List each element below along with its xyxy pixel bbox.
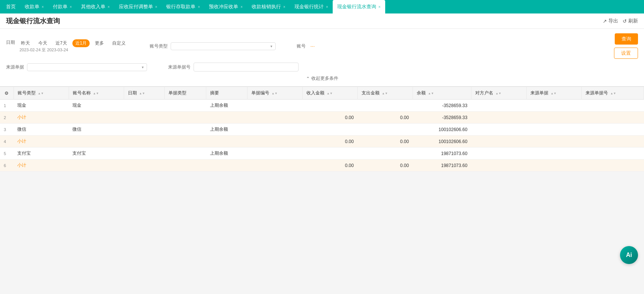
close-icon[interactable]: × xyxy=(108,5,110,9)
nav-receipt[interactable]: 收款单 × xyxy=(20,0,48,13)
table-cell: 小计 xyxy=(14,136,69,148)
table-cell: 0.00 xyxy=(302,112,357,124)
table-cell xyxy=(164,112,206,124)
table-cell: 3 xyxy=(0,124,14,136)
table-cell: 上期余额 xyxy=(206,124,248,136)
table-cell: 上期余额 xyxy=(206,148,248,160)
table-cell xyxy=(164,148,206,160)
table-cell xyxy=(357,148,413,160)
table-cell xyxy=(206,160,248,172)
table-cell xyxy=(302,148,357,160)
table-row: 1现金现金上期余额-3528659.33 xyxy=(0,100,644,112)
table-cell: 支付宝 xyxy=(69,148,124,160)
source-doc-num-input[interactable] xyxy=(194,63,299,72)
date-7days[interactable]: 近7天 xyxy=(53,39,70,47)
th-income[interactable]: 收入金额 ▲▼ xyxy=(302,87,357,100)
ellipsis-button[interactable]: ··· xyxy=(309,43,316,49)
table-cell: 0.00 xyxy=(357,112,413,124)
account-type-select[interactable]: ▾ xyxy=(171,42,276,50)
table-cell: 5 xyxy=(0,148,14,160)
date-range-display: 2023-02-24 至 2023-03-24 xyxy=(20,47,129,53)
th-counterpart[interactable]: 对方户名 ▲▼ xyxy=(471,87,526,100)
table-cell xyxy=(581,124,644,136)
table-cell xyxy=(164,124,206,136)
source-doc-filter-group: 来源单据 ▾ xyxy=(6,63,147,71)
th-doc-num[interactable]: 单据编号 ▲▼ xyxy=(247,87,302,100)
date-more[interactable]: 更多 xyxy=(92,39,107,47)
nav-other-income[interactable]: 其他收入单 × xyxy=(77,0,114,13)
table-cell xyxy=(164,160,206,172)
table-row: 3微信微信上期余额100102606.60 xyxy=(0,124,644,136)
source-doc-select[interactable]: ▾ xyxy=(27,63,147,71)
account-label: 账号 xyxy=(297,43,306,49)
source-doc-num-filter-group: 来源单据号 xyxy=(168,63,299,72)
nav-receipt-exec[interactable]: 收款核销执行 × xyxy=(247,0,290,13)
table-cell xyxy=(69,160,124,172)
nav-payment[interactable]: 付款单 × xyxy=(48,0,77,13)
th-source-doc[interactable]: 来源单据 ▲▼ xyxy=(526,87,581,100)
close-icon[interactable]: × xyxy=(155,5,158,9)
table-cell: 2 xyxy=(0,112,14,124)
date-1month[interactable]: 近1月 xyxy=(72,39,90,47)
table-cell xyxy=(471,160,526,172)
th-doc-type: 单据类型 xyxy=(164,87,206,100)
table-cell xyxy=(164,136,206,148)
table-cell xyxy=(69,112,124,124)
table-cell xyxy=(124,160,164,172)
table-cell xyxy=(302,124,357,136)
table-cell xyxy=(526,124,581,136)
nav-ar-ap-adjust[interactable]: 应收应付调整单 × xyxy=(114,0,162,13)
th-account-name[interactable]: 账号名称 ▲▼ xyxy=(69,87,124,100)
close-icon[interactable]: × xyxy=(42,5,44,9)
th-expense[interactable]: 支出金额 ▲▼ xyxy=(357,87,413,100)
settings-button[interactable]: 设置 xyxy=(614,48,638,59)
table-container: ⚙ 账号类型 ▲▼ 账号名称 ▲▼ 日期 ▲▼ 单据类型 摘 xyxy=(0,87,644,172)
close-icon[interactable]: × xyxy=(283,5,285,9)
account-type-label: 账号类型 xyxy=(150,43,168,49)
filter-row-1: 日期 昨天 今天 近7天 近1月 更多 自定义 2023-02-24 至 202… xyxy=(6,33,638,59)
sort-icon: ▲▼ xyxy=(93,92,99,95)
table-cell xyxy=(526,100,581,112)
close-icon[interactable]: × xyxy=(70,5,72,9)
th-settings[interactable]: ⚙ xyxy=(0,87,14,100)
table-row: 6小计0.000.0019871073.60 xyxy=(0,160,644,172)
table-cell xyxy=(581,112,644,124)
close-icon[interactable]: × xyxy=(378,5,381,9)
th-source-doc-num[interactable]: 来源单据号 ▲▼ xyxy=(581,87,644,100)
close-icon[interactable]: × xyxy=(240,5,243,9)
nav-advance-offset[interactable]: 预收冲应收单 × xyxy=(204,0,247,13)
table-cell: 6 xyxy=(0,160,14,172)
date-yesterday[interactable]: 昨天 xyxy=(18,39,33,47)
nav-cash-bank-flow[interactable]: 现金银行流水查询 × xyxy=(333,0,385,13)
refresh-button[interactable]: ↺ 刷新 xyxy=(623,18,638,24)
sort-icon: ▲▼ xyxy=(272,92,278,95)
table-cell xyxy=(124,148,164,160)
table-cell: 小计 xyxy=(14,160,69,172)
nav-home[interactable]: 首页 xyxy=(2,0,20,13)
date-today[interactable]: 今天 xyxy=(35,39,50,47)
th-date[interactable]: 日期 ▲▼ xyxy=(124,87,164,100)
close-icon[interactable]: × xyxy=(198,5,200,9)
data-table: ⚙ 账号类型 ▲▼ 账号名称 ▲▼ 日期 ▲▼ 单据类型 摘 xyxy=(0,87,644,172)
table-cell xyxy=(526,136,581,148)
th-balance[interactable]: 余额 ▲▼ xyxy=(413,87,471,100)
nav-bank-deposit[interactable]: 银行存取款单 × xyxy=(162,0,204,13)
table-cell xyxy=(247,124,302,136)
nav-cash-bank-stat[interactable]: 现金银行统计 × xyxy=(290,0,333,13)
header-actions: ↗ 导出 ↺ 刷新 xyxy=(603,18,638,24)
source-doc-label: 来源单据 xyxy=(6,64,24,70)
collapse-button[interactable]: ⌃ 收起更多条件 xyxy=(306,75,338,82)
chevron-down-icon: ▾ xyxy=(142,65,144,69)
table-cell: 0.00 xyxy=(357,136,413,148)
table-cell: -3528659.33 xyxy=(413,100,471,112)
table-cell xyxy=(124,136,164,148)
export-button[interactable]: ↗ 导出 xyxy=(603,18,618,24)
close-icon[interactable]: × xyxy=(326,5,328,9)
date-custom[interactable]: 自定义 xyxy=(109,39,129,47)
th-account-type[interactable]: 账号类型 ▲▼ xyxy=(14,87,69,100)
table-cell xyxy=(581,148,644,160)
date-label: 日期 xyxy=(6,39,15,46)
table-cell xyxy=(206,112,248,124)
query-button[interactable]: 查询 xyxy=(615,33,638,45)
collapse-row: ⌃ 收起更多条件 xyxy=(6,75,638,82)
